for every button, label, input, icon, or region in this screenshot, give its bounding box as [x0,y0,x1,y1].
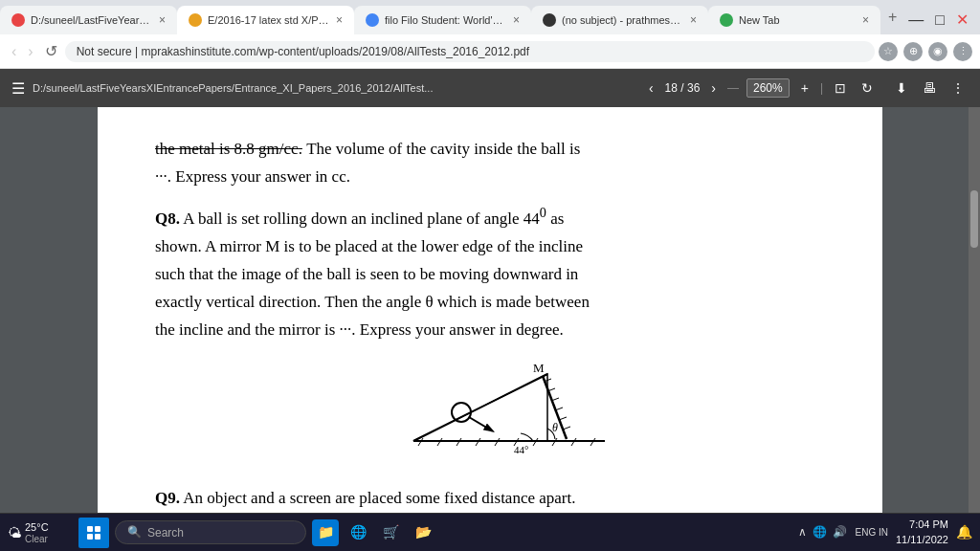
taskbar: 🌤 25°C Clear 🔍 Search [0,513,980,551]
cut-text-1: the metal is 8.8 gm/cc. The volume of th… [155,136,825,162]
volume-icon[interactable]: 🔊 [833,525,847,540]
angle-label: 44° [514,444,528,455]
tab-5-close[interactable]: × [862,13,869,27]
menu-icon[interactable]: ⋮ [953,42,972,61]
window-controls: — □ ✕ [904,9,980,34]
q8-line4: exactly vertical direction. Then the ang… [155,293,590,311]
separator-2: | [820,81,823,95]
start-button[interactable] [78,518,109,548]
tab-2-close[interactable]: × [336,13,343,27]
date: 11/11/2022 [896,533,948,547]
weather-icon: 🌤 [8,525,21,540]
scrollbar-thumb[interactable] [970,190,978,248]
profile-icon[interactable]: ◉ [928,42,947,61]
svg-rect-25 [87,534,93,540]
incline-diagram: M θ 44° [356,355,624,470]
taskbar-app-folder[interactable]: 📂 [410,519,436,546]
prev-page-button[interactable]: ‹ [645,78,657,98]
tab-3-close[interactable]: × [513,13,520,27]
next-page-button[interactable]: › [707,78,720,98]
taskbar-app-files[interactable]: 📁 [312,519,339,546]
tab-5[interactable]: New Tab × [708,6,880,34]
svg-rect-26 [95,534,100,540]
q8-line5: the incline and the mirror is ···. Expre… [155,320,564,339]
minimize-button[interactable]: — [904,10,927,31]
system-tray: ∧ 🌐 🔊 ENG IN 7:04 PM 11/11/2022 🔔 [798,518,972,547]
tab-4-close[interactable]: × [690,13,697,27]
address-bar[interactable] [65,41,875,62]
q9-text: An object and a screen are placed some f… [183,489,575,507]
extensions-icon[interactable]: ⊕ [903,42,923,61]
svg-line-22 [563,427,570,430]
q9-label: Q9. [155,489,180,507]
svg-line-21 [559,417,567,420]
reload-button[interactable]: ↺ [41,38,61,64]
time: 7:04 PM [896,518,948,532]
tab-3-favicon [366,13,379,27]
svg-marker-2 [413,374,547,441]
weather-display: 🌤 25°C Clear [8,521,65,544]
nav-bar: ‹ › ↺ ☆ ⊕ ◉ ⋮ [0,34,980,69]
svg-rect-24 [95,526,100,532]
new-tab-button[interactable]: + [880,5,904,30]
back-button[interactable]: ‹ [8,39,20,64]
tab-1[interactable]: D:/suneel/LastFiveYearsXIEntran... × [0,6,177,34]
scrollbar[interactable] [969,107,980,513]
taskbar-search[interactable]: 🔍 Search [115,520,306,544]
toolbar-controls: ‹ 18 / 36 › — 260% + | ⊡ ↻ ⬇ 🖶 ⋮ [645,78,969,98]
taskbar-apps: 📁 🌐 🛒 📂 [312,519,436,546]
maximize-button[interactable]: □ [931,10,948,31]
cut-text-2: ···. Express your answer in cc. [155,164,825,189]
close-button[interactable]: ✕ [952,9,972,31]
bookmark-icon[interactable]: ☆ [879,42,898,61]
browser-frame: D:/suneel/LastFiveYearsXIEntran... × E/2… [0,0,980,551]
print-button[interactable]: 🖶 [919,78,940,98]
network-icon[interactable]: 🌐 [813,525,827,540]
tab-5-label: New Tab [739,14,780,26]
language-display: ENG IN [855,526,887,540]
pdf-toolbar: ☰ D:/suneel/LastFiveYearsXIEntrancePaper… [0,69,980,107]
tab-4-favicon [543,13,556,27]
tab-1-label: D:/suneel/LastFiveYearsXIEntran... [31,14,153,26]
tab-3[interactable]: filo Filo Student: World's Only Li... × [354,6,531,34]
weather-info: 25°C Clear [25,521,49,544]
q8-line2: shown. A mirror M is to be placed at the… [155,237,583,255]
tab-2[interactable]: E/2016-17 latex std X/Past pape... × [177,6,354,34]
separator-1: — [727,81,739,95]
svg-point-13 [452,403,471,422]
question-8: Q8. A ball is set rolling down an inclin… [155,201,825,343]
notification-icon[interactable]: 🔔 [956,524,972,540]
tab-1-favicon [11,13,25,27]
content-area: the metal is 8.8 gm/cc. The volume of th… [0,107,980,513]
theta-label: θ [552,421,558,434]
rotate-button[interactable]: ↻ [858,78,877,98]
time-display: 7:04 PM 11/11/2022 [896,518,948,547]
pdf-path: D:/suneel/LastFiveYearsXIEntrancePapers/… [33,82,637,94]
q8-label: Q8. [155,209,180,228]
cut-text-content: The volume of the cavity inside the ball… [306,140,580,158]
tab-4[interactable]: (no subject) - prathmeshshravapo × [531,6,708,34]
tab-1-close[interactable]: × [159,13,166,27]
nav-icons: ☆ ⊕ ◉ ⋮ [879,42,972,61]
forward-button[interactable]: › [24,39,36,64]
q8-line3: such that the image of the ball is seen … [155,265,578,283]
hamburger-icon[interactable]: ☰ [11,79,25,98]
tray-icons: ∧ 🌐 🔊 [798,525,847,540]
fit-page-button[interactable]: ⊡ [831,78,850,98]
more-options-button[interactable]: ⋮ [947,78,969,98]
taskbar-app-chrome[interactable]: 🌐 [345,519,371,546]
m-label: M [533,361,545,375]
download-button[interactable]: ⬇ [892,78,911,98]
zoom-in-button[interactable]: + [797,78,813,98]
svg-rect-23 [87,526,93,532]
taskbar-app-store[interactable]: 🛒 [377,519,404,546]
tab-bar: D:/suneel/LastFiveYearsXIEntran... × E/2… [0,0,980,34]
search-label: Search [147,526,184,540]
question-9: Q9. An object and a screen are placed so… [155,485,825,513]
zoom-level: 260% [746,78,790,98]
tab-3-label: filo Filo Student: World's Only Li... [385,14,507,26]
diagram-q8: M θ 44° [155,355,825,470]
chevron-up-icon[interactable]: ∧ [798,525,807,540]
tab-2-favicon [189,13,202,27]
bottom-bar: 🌤 25°C Clear 🔍 Search [0,513,980,551]
